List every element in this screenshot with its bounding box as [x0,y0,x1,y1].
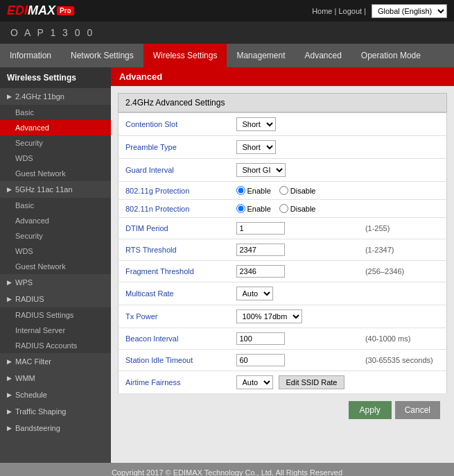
nav-operation-mode[interactable]: Operation Mode [351,44,430,67]
sidebar-wps-label: WPS [15,278,33,287]
sidebar-group-24ghz-header[interactable]: ▶ 2.4GHz 11bgn [0,88,111,105]
station-idle-input[interactable] [236,354,285,366]
apply-button[interactable]: Apply [349,401,392,419]
field-hint-beacon: (40-1000 ms) [362,328,447,350]
radio-enable-80211g[interactable]: Enable [236,186,271,195]
sidebar-item-bandsteering[interactable]: ▶ Bandsteering [0,420,111,436]
sidebar-item-wmm[interactable]: ▶ WMM [0,370,111,386]
field-hint-preamble-type [362,136,447,159]
radio-disable-80211n[interactable]: Disable [279,204,316,213]
sidebar-group-5ghz-header[interactable]: ▶ 5GHz 11ac 11an [0,181,111,198]
multicast-rate-select[interactable]: Auto [236,287,273,300]
nav-management[interactable]: Management [227,44,295,67]
dtim-input[interactable] [236,222,285,235]
txpower-select[interactable]: 100% 17dbm [236,309,302,323]
sidebar-item-schedule[interactable]: ▶ Schedule [0,386,111,403]
field-label-dtim: DTIM Period [119,218,229,239]
field-label-beacon: Beacon Interval [119,328,229,350]
field-value-rts [229,239,362,261]
sidebar-sub-24ghz: Basic Advanced Security WDS Guest Networ… [0,105,111,181]
field-hint-rts: (1-2347) [362,239,447,261]
sidebar-item-security-5[interactable]: Security [0,228,111,244]
guard-interval-select[interactable]: Short GILong GI [236,163,286,177]
top-right: Home | Logout | Global (English) [312,4,447,18]
radio-enable-80211n[interactable]: Enable [236,204,271,213]
logo-text: EDIMAX [7,3,55,18]
arrow-icon-5g: ▶ [7,186,12,193]
preamble-type-select[interactable]: ShortLong [236,140,276,154]
sidebar-group-radius-header[interactable]: ▶ RADIUS [0,291,111,307]
sidebar-item-basic-24[interactable]: Basic [0,105,111,120]
field-hint-multicast [362,282,447,305]
sidebar-item-traffic-shaping[interactable]: ▶ Traffic Shaping [0,403,111,420]
footer-text: Copyright 2017 © EDIMAX Technology Co., … [112,468,342,476]
fragment-input[interactable] [236,265,285,278]
sidebar-item-radius-settings[interactable]: RADIUS Settings [0,307,111,323]
nav-wireless-settings[interactable]: Wireless Settings [143,44,227,67]
sidebar: Wireless Settings ▶ 2.4GHz 11bgn Basic A… [0,67,111,463]
logo-pro: Pro [57,6,74,15]
nav-information[interactable]: Information [0,44,61,67]
arrow-icon-wmm: ▶ [7,375,12,382]
sidebar-title: Wireless Settings [0,67,111,88]
content-inner: 2.4GHz Advanced Settings Contention Slot… [111,86,454,433]
radio-input-enable-80211n[interactable] [236,204,245,213]
field-label-rts: RTS Threshold [119,239,229,261]
table-row: DTIM Period (1-255) [119,218,447,239]
top-links: Home | Logout | [312,7,366,15]
sidebar-sub-radius: RADIUS Settings Internal Server RADIUS A… [0,307,111,353]
sidebar-item-basic-5[interactable]: Basic [0,198,111,213]
sidebar-schedule-label: Schedule [15,391,47,399]
cancel-button[interactable]: Cancel [395,401,440,419]
language-select[interactable]: Global (English) [372,4,447,18]
field-hint-contention-slot [362,113,447,136]
field-label-guard-interval: Guard Interval [119,159,229,182]
sidebar-item-advanced-5[interactable]: Advanced [0,213,111,228]
sidebar-item-guest-24[interactable]: Guest Network [0,166,111,181]
radio-disable-80211g[interactable]: Disable [279,186,316,195]
sidebar-item-advanced-24[interactable]: Advanced [0,120,111,135]
sidebar-item-radius-accounts[interactable]: RADIUS Accounts [0,338,111,353]
sidebar-item-internal-server[interactable]: Internal Server [0,323,111,338]
edit-ssid-rate-button[interactable]: Edit SSID Rate [279,375,345,389]
contention-slot-select[interactable]: ShortLong [236,117,276,131]
field-value-station-idle [229,350,362,371]
section-title: 2.4GHz Advanced Settings [118,93,447,112]
field-value-preamble-type: ShortLong [229,136,362,159]
table-row: Guard Interval Short GILong GI [119,159,447,182]
table-row: Fragment Threshold (256–2346) [119,261,447,282]
nav-advanced[interactable]: Advanced [295,44,351,67]
field-hint-80211n [362,200,447,218]
radio-input-disable-80211g[interactable] [279,186,288,195]
nav-bar: Information Network Settings Wireless Se… [0,44,454,67]
sidebar-group-24ghz-label: 2.4GHz 11bgn [15,92,64,101]
field-label-station-idle: Station Idle Timeout [119,350,229,371]
radio-input-disable-80211n[interactable] [279,204,288,213]
field-value-80211n: Enable Disable [229,200,362,218]
sidebar-group-5ghz: ▶ 5GHz 11ac 11an Basic Advanced Security… [0,181,111,274]
field-value-txpower: 100% 17dbm [229,305,362,328]
airtime-fairness-select[interactable]: Auto [236,375,273,389]
beacon-input[interactable] [236,332,285,345]
table-row: Multicast Rate Auto [119,282,447,305]
field-hint-guard-interval [362,159,447,182]
main-layout: Wireless Settings ▶ 2.4GHz 11bgn Basic A… [0,67,454,463]
field-hint-fragment: (256–2346) [362,261,447,282]
sidebar-item-wds-24[interactable]: WDS [0,151,111,166]
sidebar-group-24ghz: ▶ 2.4GHz 11bgn Basic Advanced Security W… [0,88,111,181]
radio-input-enable-80211g[interactable] [236,186,245,195]
sidebar-item-wds-5[interactable]: WDS [0,244,111,259]
sidebar-item-guest-5[interactable]: Guest Network [0,259,111,274]
field-label-contention-slot: Contention Slot [119,113,229,136]
nav-network-settings[interactable]: Network Settings [61,44,143,67]
arrow-icon-traffic: ▶ [7,408,12,415]
rts-input[interactable] [236,244,285,256]
field-label-80211g: 802.11g Protection [119,182,229,200]
field-value-dtim [229,218,362,239]
field-value-80211g: Enable Disable [229,182,362,200]
sidebar-item-mac-filter[interactable]: ▶ MAC Filter [0,353,111,370]
field-value-beacon [229,328,362,350]
sidebar-item-wps[interactable]: ▶ WPS [0,274,111,291]
sidebar-item-security-24[interactable]: Security [0,135,111,151]
field-label-fragment: Fragment Threshold [119,261,229,282]
